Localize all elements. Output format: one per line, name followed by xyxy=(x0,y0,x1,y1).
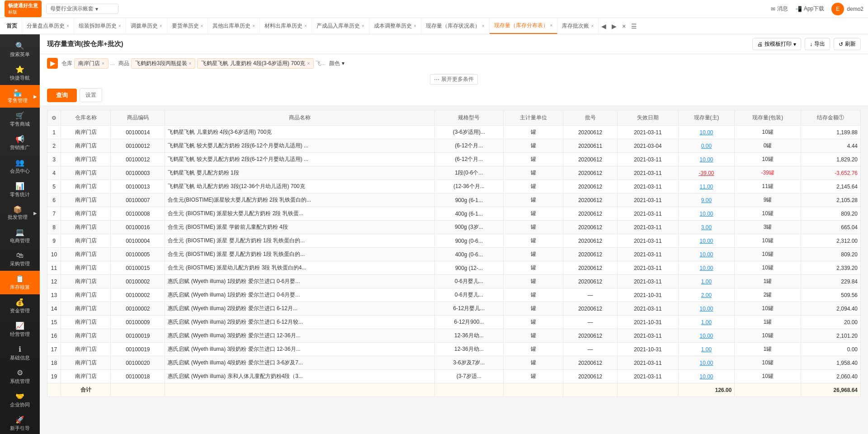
td-qty-main[interactable]: 10.00 xyxy=(678,356,735,370)
tab-product-in[interactable]: 产成品入库单历史 × xyxy=(312,18,369,34)
tab-request[interactable]: 要货单历史 × xyxy=(167,18,208,34)
td-qty-main[interactable]: 2.00 xyxy=(678,288,735,302)
td-qty-main[interactable]: 10.00 xyxy=(678,234,735,248)
tab-menu-btn[interactable]: ☰ xyxy=(628,23,640,30)
close-icon[interactable]: × xyxy=(118,24,121,28)
sidebar-item-wholesale[interactable]: 📦 批发管理 ▶ xyxy=(0,202,40,224)
td-qty-main[interactable]: 10.00 xyxy=(678,261,735,275)
td-batch: 20200612 xyxy=(563,180,618,193)
tab-other-out[interactable]: 其他出库单历史 × xyxy=(208,18,260,34)
tab-disassemble[interactable]: 组装拆卸单历史 × xyxy=(74,18,126,34)
close-icon[interactable]: × xyxy=(66,24,69,28)
sidebar-item-retail-stats[interactable]: 📊 零售统计 xyxy=(0,178,40,202)
filter-expand-btn[interactable]: ▶ xyxy=(47,58,58,69)
sidebar-item-finance[interactable]: 💰 资金管理 xyxy=(0,294,40,318)
close-icon[interactable]: × xyxy=(550,23,553,28)
app-download-btn[interactable]: 📲 App下载 xyxy=(795,5,824,13)
td-qty-main[interactable]: 1.00 xyxy=(678,343,735,356)
messages-btn[interactable]: ✉ 消息 xyxy=(771,5,788,13)
th-batch: 批号 xyxy=(563,110,618,126)
export-btn[interactable]: ↓ 导出 xyxy=(805,38,830,50)
sidebar-item-basic[interactable]: ℹ 基础信息 xyxy=(0,341,40,365)
close-icon[interactable]: × xyxy=(304,24,307,28)
settings-btn[interactable]: 设置 xyxy=(80,88,102,102)
td-qty-main[interactable]: 10.00 xyxy=(678,370,735,383)
sidebar-item-guide[interactable]: 🚀 新手引导 xyxy=(0,412,40,434)
close-icon[interactable]: × xyxy=(362,24,364,28)
sidebar-item-quick-nav[interactable]: ⭐ 快捷导航 xyxy=(0,61,40,85)
logo-line2: 标版 xyxy=(8,9,38,15)
td-qty-main[interactable]: 11.00 xyxy=(678,180,735,193)
td-qty-main[interactable]: -39.00 xyxy=(678,166,735,180)
td-expire: 2021-03-11 xyxy=(618,193,679,207)
td-qty-main[interactable]: 3.00 xyxy=(678,221,735,234)
th-expire: 失效日期 xyxy=(618,110,679,126)
tab-cost-adjust[interactable]: 成本调整单历史 × xyxy=(369,18,421,34)
expand-more-btn[interactable]: ⋯ 展开更多条件 xyxy=(430,74,478,85)
refresh-btn[interactable]: ↺ 刷新 xyxy=(834,38,861,50)
close-icon[interactable]: × xyxy=(591,24,594,28)
user-area[interactable]: E demo2 xyxy=(831,3,863,15)
warehouse-tag-close[interactable]: × xyxy=(102,61,104,66)
td-name: 飞鹤星飞帆 幼儿配方奶粉 3段(12-36个月幼儿适用) 700克 xyxy=(165,180,434,193)
settings-icon[interactable]: ⚙ xyxy=(52,115,57,121)
product-more-btn[interactable]: 飞... xyxy=(316,60,326,67)
td-qty-main[interactable]: 10.00 xyxy=(678,207,735,221)
sidebar-item-inventory-check[interactable]: 📋 库存核算 xyxy=(0,271,40,294)
sidebar-item-enterprise[interactable]: 🤝 企业协同 xyxy=(0,388,40,412)
close-icon[interactable]: × xyxy=(252,24,255,28)
td-qty-main[interactable]: 10.00 xyxy=(678,153,735,166)
basic-icon: ℹ xyxy=(19,345,21,354)
sidebar-item-retail-mall[interactable]: 🛒 零售商城 xyxy=(0,108,40,131)
td-qty-main[interactable]: 10.00 xyxy=(678,126,735,139)
tab-mix-order[interactable]: 调拨单历史 × xyxy=(126,18,167,34)
td-batch: 20200611 xyxy=(563,139,618,153)
th-settings[interactable]: ⚙ xyxy=(47,110,61,126)
tab-home[interactable]: 首页 xyxy=(2,18,22,34)
sidebar-item-search[interactable]: 🔍 搜索英单 xyxy=(0,38,40,61)
sidebar-item-system[interactable]: ⚙ 系统管理 xyxy=(0,365,40,388)
sidebar-item-ops[interactable]: 📈 经营管理 xyxy=(0,318,40,341)
td-spec: 1段(0-6个... xyxy=(434,166,504,180)
td-qty-main[interactable]: 10.00 xyxy=(678,248,735,261)
td-qty-main[interactable]: 9.00 xyxy=(678,193,735,207)
tab-batch-account[interactable]: 库存批次账 × xyxy=(557,18,599,34)
tab-close-btn[interactable]: × xyxy=(619,23,628,30)
close-icon[interactable]: × xyxy=(482,24,485,28)
td-qty-main[interactable]: 1.00 xyxy=(678,275,735,288)
td-qty-main[interactable]: 10.00 xyxy=(678,302,735,316)
sidebar-item-retail-mgmt[interactable]: 🏪 零售管理 ▶ xyxy=(0,85,40,108)
td-code: 00100005 xyxy=(111,248,165,261)
tab-next-btn[interactable]: ▶ xyxy=(609,23,619,30)
td-qty-main[interactable]: 0.00 xyxy=(678,139,735,153)
td-no: 7 xyxy=(47,207,61,221)
sidebar-item-ecommerce[interactable]: 💻 电商管理 xyxy=(0,224,40,248)
product-tag-2-close[interactable]: × xyxy=(307,61,310,66)
close-icon[interactable]: × xyxy=(160,24,162,28)
td-qty-main[interactable]: 10.00 xyxy=(678,329,735,343)
tab-material-out[interactable]: 材料出库单历史 × xyxy=(260,18,312,34)
td-qty-main[interactable]: 1.00 xyxy=(678,316,735,329)
warehouse-more-btn[interactable]: ... xyxy=(110,60,115,66)
close-icon[interactable]: × xyxy=(201,24,203,28)
tab-stock-status[interactable]: 现存量（库存状况表） × xyxy=(421,18,490,34)
color-dropdown-arrow[interactable]: ▾ xyxy=(342,60,344,66)
td-no: 12 xyxy=(47,275,61,288)
query-btn[interactable]: 查询 xyxy=(47,89,77,102)
ecommerce-icon: 💻 xyxy=(15,228,24,236)
td-amount: -3,652.76 xyxy=(801,166,860,180)
tab-split-inventory[interactable]: 分量盘点单历史 × xyxy=(22,18,74,34)
product-tag-1[interactable]: 飞鹤奶粉3段丙瓶提装 × xyxy=(131,58,196,69)
product-tag-2[interactable]: 飞鹤星飞帆 儿童奶粉 4段(3-6岁适用) 700克 × xyxy=(197,58,314,69)
org-selector[interactable]: 母婴行业演示账套 ▾ xyxy=(46,4,118,14)
sidebar-label-inventory: 库存核算 xyxy=(10,284,30,291)
sidebar-item-purchase[interactable]: 🛍 采购管理 xyxy=(0,248,40,271)
warehouse-tag[interactable]: 南岸门店 × xyxy=(74,58,108,69)
sidebar-item-marketing[interactable]: 📢 营销推广 xyxy=(0,131,40,155)
tab-stock-distribution[interactable]: 现存量（库存分布表） × xyxy=(490,18,558,34)
print-btn[interactable]: 🖨 按模板打印 ▾ xyxy=(752,38,801,50)
product-tag-1-close[interactable]: × xyxy=(189,61,192,66)
tab-prev-btn[interactable]: ◀ xyxy=(599,23,609,30)
sidebar-item-member[interactable]: 👥 会员中心 xyxy=(0,155,40,178)
close-icon[interactable]: × xyxy=(414,24,416,28)
